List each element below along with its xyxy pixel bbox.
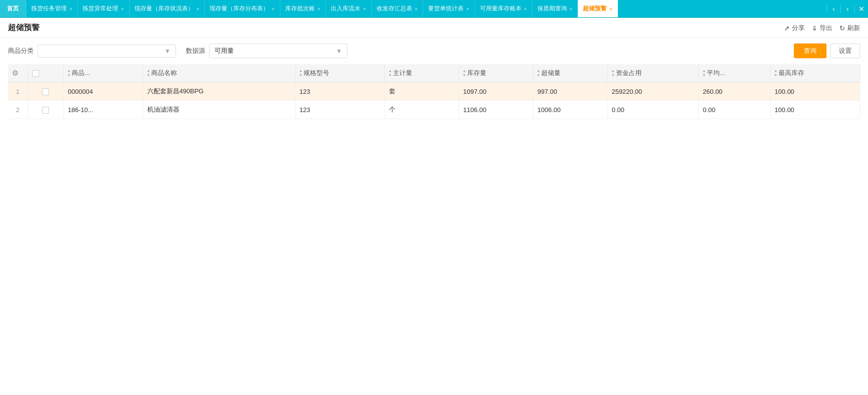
nav-next-button[interactable]: ›	[840, 5, 854, 13]
close-icon[interactable]: ×	[69, 6, 72, 12]
chevron-down-icon: ▼	[336, 47, 342, 55]
nav-home[interactable]: 首页	[0, 0, 26, 17]
filter-area: 商品分类 ▼ 数据源 可用量 ▼ 查询 设置	[0, 38, 868, 64]
page-header: 超储预警 ➚ 分享 ⇓ 导出 ↻ 刷新	[0, 18, 868, 38]
close-icon[interactable]: ×	[415, 6, 418, 12]
close-icon[interactable]: ×	[317, 6, 320, 12]
nav-item-4[interactable]: 库存批次账 ×	[280, 0, 326, 17]
row-stock: 1106.00	[459, 101, 533, 119]
nav-item-3[interactable]: 现存量（库存分布表） ×	[205, 0, 280, 17]
th-spec[interactable]: ▴▾ 规格型号	[295, 64, 385, 82]
row-spec: 123	[295, 101, 385, 119]
row-over: 997.00	[533, 82, 608, 101]
sort-icon: ▴▾	[703, 69, 705, 78]
row-name: 机油滤清器	[143, 101, 295, 119]
row-max: 100.00	[771, 82, 860, 101]
sort-icon: ▴▾	[68, 69, 70, 78]
nav-item-7[interactable]: 要货单统计表 ×	[423, 0, 475, 17]
th-code[interactable]: ▴▾ 商品...	[64, 64, 143, 82]
nav-arrows: ‹ › ✕	[826, 5, 868, 13]
row-name: 六配套新昌490BPG	[143, 82, 295, 101]
gear-icon[interactable]: ⚙	[12, 69, 18, 77]
sort-icon: ▴▾	[147, 69, 150, 78]
th-stock[interactable]: ▴▾ 库存量	[459, 64, 533, 82]
export-button[interactable]: ⇓ 导出	[812, 24, 832, 33]
nav-item-9[interactable]: 保质期查询 ×	[532, 0, 578, 17]
datasource-select[interactable]: 可用量 ▼	[209, 43, 347, 58]
sort-icon: ▴▾	[463, 69, 466, 78]
row-max: 100.00	[771, 101, 860, 119]
export-icon: ⇓	[812, 24, 818, 32]
datasource-filter: 数据源 可用量 ▼	[186, 43, 347, 58]
nav-item-6[interactable]: 收发存汇总表 ×	[372, 0, 423, 17]
share-button[interactable]: ➚ 分享	[784, 24, 805, 33]
category-select[interactable]: ▼	[38, 44, 176, 58]
row-number: 2	[16, 106, 19, 114]
sort-icon: ▴▾	[612, 69, 614, 78]
table-row: 1 0000004 六配套新昌490BPG 123 套 1097.00 997.…	[8, 82, 860, 101]
row-avg: 260.00	[698, 82, 770, 101]
th-unit[interactable]: ▴▾ 主计量	[385, 64, 459, 82]
row-stock: 1097.00	[459, 82, 533, 101]
top-nav: 首页 拣货任务管理 × 拣货异常处理 × 现存量（库存状况表） × 现存量（库存…	[0, 0, 868, 18]
sort-icon: ▴▾	[537, 69, 540, 78]
close-icon[interactable]: ×	[569, 6, 572, 12]
close-icon[interactable]: ×	[271, 6, 274, 12]
page-title: 超储预警	[8, 23, 40, 33]
nav-item-1[interactable]: 拣货异常处理 ×	[78, 0, 129, 17]
th-over[interactable]: ▴▾ 超储量	[533, 64, 608, 82]
close-icon[interactable]: ×	[196, 6, 199, 12]
th-settings: ⚙	[8, 64, 28, 82]
close-icon[interactable]: ×	[121, 6, 124, 12]
row-capital: 259220.00	[608, 82, 698, 101]
row-unit: 个	[385, 101, 459, 119]
category-label: 商品分类	[8, 46, 34, 55]
row-checkbox[interactable]	[42, 107, 49, 114]
query-button[interactable]: 查询	[794, 43, 826, 58]
th-capital[interactable]: ▴▾ 资金占用	[608, 64, 698, 82]
sort-icon: ▴▾	[775, 69, 777, 78]
row-code: 186-10...	[64, 101, 143, 119]
close-icon[interactable]: ×	[363, 6, 366, 12]
row-number: 1	[16, 88, 19, 95]
close-icon[interactable]: ×	[466, 6, 469, 12]
close-icon[interactable]: ×	[524, 6, 527, 12]
row-capital: 0.00	[608, 101, 698, 119]
row-settings-cell: 1	[8, 82, 28, 101]
sort-icon: ▴▾	[389, 69, 391, 78]
row-settings-cell: 2	[8, 101, 28, 119]
nav-item-8[interactable]: 可用量库存账本 ×	[475, 0, 532, 17]
th-name[interactable]: ▴▾ 商品名称	[143, 64, 295, 82]
sort-icon: ▴▾	[300, 69, 302, 78]
nav-item-5[interactable]: 出入库流水 ×	[326, 0, 371, 17]
row-code: 0000004	[64, 82, 143, 101]
row-avg: 0.00	[698, 101, 770, 119]
table-wrapper: ⚙ ▴▾ 商品... ▴▾ 商品名称	[0, 64, 868, 119]
row-spec: 123	[295, 82, 385, 101]
th-max[interactable]: ▴▾ 最高库存	[771, 64, 860, 82]
close-icon[interactable]: ×	[609, 6, 612, 12]
nav-close-button[interactable]: ✕	[854, 5, 868, 13]
nav-prev-button[interactable]: ‹	[826, 5, 840, 13]
table-header-row: ⚙ ▴▾ 商品... ▴▾ 商品名称	[8, 64, 860, 82]
row-checkbox-cell[interactable]	[28, 101, 64, 119]
select-all-checkbox[interactable]	[32, 70, 39, 77]
settings-button[interactable]: 设置	[830, 43, 860, 58]
refresh-icon: ↻	[839, 24, 845, 32]
data-table: ⚙ ▴▾ 商品... ▴▾ 商品名称	[8, 64, 860, 119]
table-row: 2 186-10... 机油滤清器 123 个 1106.00 1006.00 …	[8, 101, 860, 119]
nav-item-0[interactable]: 拣货任务管理 ×	[26, 0, 78, 17]
row-checkbox-cell[interactable]	[28, 82, 64, 101]
th-checkbox	[28, 64, 64, 82]
row-unit: 套	[385, 82, 459, 101]
chevron-down-icon: ▼	[164, 47, 171, 55]
refresh-button[interactable]: ↻ 刷新	[839, 24, 860, 33]
row-checkbox[interactable]	[42, 88, 49, 95]
th-avg[interactable]: ▴▾ 平均...	[698, 64, 770, 82]
row-over: 1006.00	[533, 101, 608, 119]
filter-buttons: 查询 设置	[794, 43, 860, 58]
nav-item-2[interactable]: 现存量（库存状况表） ×	[130, 0, 205, 17]
category-filter: 商品分类 ▼	[8, 44, 176, 58]
share-icon: ➚	[784, 24, 790, 32]
nav-item-10[interactable]: 超储预警 ×	[578, 0, 617, 17]
